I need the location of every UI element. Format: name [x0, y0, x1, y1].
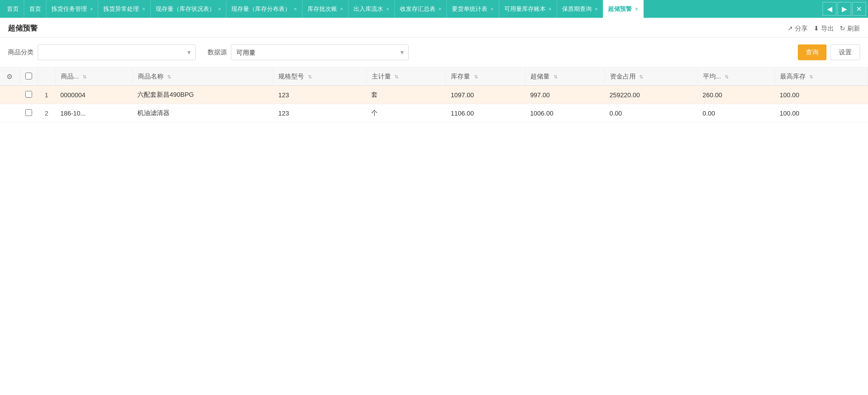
select-all-checkbox[interactable] [25, 73, 32, 79]
nav-prev-button[interactable]: ◀ [823, 2, 836, 16]
tab-order-stats[interactable]: 要货单统计表× [447, 0, 499, 18]
sort-avg-icon: ⇅ [725, 74, 729, 79]
th-inventory[interactable]: 库存量 ⇅ [446, 68, 525, 86]
tab-close-inout-flow[interactable]: × [386, 6, 389, 12]
page-container: 超储预警 ↗ 分享 ⬇ 导出 ↻ 刷新 商品分类 ▼ [0, 18, 868, 395]
page-title: 超储预警 [8, 24, 38, 33]
column-settings-icon[interactable]: ⚙ [6, 73, 13, 80]
refresh-icon: ↻ [840, 25, 845, 32]
tab-expiry-check[interactable]: 保质期查询× [557, 0, 603, 18]
sort-unit-icon: ⇅ [394, 74, 398, 79]
tab-label-home: 首页 [29, 5, 41, 13]
page-actions: ↗ 分享 ⬇ 导出 ↻ 刷新 [787, 24, 860, 33]
tab-close-inventory-dist[interactable]: × [294, 6, 297, 12]
refresh-button[interactable]: ↻ 刷新 [840, 24, 860, 33]
row-overstock-0: 997.00 [525, 86, 605, 104]
tab-close-order-stats[interactable]: × [490, 6, 493, 12]
row-num-1: 2 [38, 104, 55, 122]
th-capital[interactable]: 资金占用 ⇅ [605, 68, 697, 86]
row-inventory-1: 1106.00 [446, 104, 525, 122]
th-max-inventory-label: 最高库存 [780, 73, 806, 80]
query-button[interactable]: 查询 [798, 44, 826, 60]
sort-product-name-icon: ⇅ [167, 74, 171, 79]
tab-close-expiry-check[interactable]: × [595, 6, 598, 12]
tab-inout-flow[interactable]: 出入库流水× [348, 0, 394, 18]
row-unit-0: 套 [366, 86, 446, 104]
th-settings: ⚙ [0, 68, 20, 86]
tab-close-batch-account[interactable]: × [340, 6, 343, 12]
row-checkbox-cell[interactable] [20, 86, 38, 104]
th-unit-label: 主计量 [372, 73, 391, 80]
tab-close-available-account[interactable]: × [549, 6, 552, 12]
tab-task-mgmt[interactable]: 拣货任务管理× [46, 0, 98, 18]
tab-label-collect-summary: 收发存汇总表 [400, 5, 435, 13]
export-label: 导出 [821, 24, 834, 33]
row-product-code-1: 186-10... [55, 104, 132, 122]
export-button[interactable]: ⬇ 导出 [814, 24, 834, 33]
tab-available-account[interactable]: 可用量库存账本× [499, 0, 557, 18]
tab-inventory-dist[interactable]: 现存量（库存分布表）× [226, 0, 302, 18]
row-capital-0: 259220.00 [605, 86, 697, 104]
row-inventory-0: 1097.00 [446, 86, 525, 104]
share-icon: ↗ [787, 25, 793, 32]
row-avg-0: 260.00 [697, 86, 775, 104]
tab-collect-summary[interactable]: 收发存汇总表× [395, 0, 447, 18]
sort-product-code-icon: ⇅ [83, 74, 87, 79]
sort-inventory-icon: ⇅ [474, 74, 478, 79]
tab-close-collect-summary[interactable]: × [438, 6, 441, 12]
th-overstock[interactable]: 超储量 ⇅ [525, 68, 605, 86]
category-select[interactable] [38, 44, 196, 60]
tab-label-inventory-status: 现存量（库存状况表） [156, 5, 215, 13]
row-checkbox-1[interactable] [25, 109, 32, 116]
sort-spec-icon: ⇅ [308, 74, 312, 79]
topbar-navigation: ◀ ▶ ✕ [822, 2, 866, 16]
page-header: 超储预警 ↗ 分享 ⬇ 导出 ↻ 刷新 [0, 18, 868, 38]
settings-button[interactable]: 设置 [830, 44, 860, 60]
category-select-wrapper: ▼ [38, 44, 196, 60]
datasource-select[interactable]: 可用量 库存量 [231, 44, 409, 60]
th-avg[interactable]: 平均... ⇅ [697, 68, 775, 86]
sort-capital-icon: ⇅ [639, 74, 643, 79]
row-checkbox-0[interactable] [25, 91, 32, 98]
category-label: 商品分类 [8, 48, 34, 57]
row-num-0: 1 [38, 86, 55, 104]
filter-area: 商品分类 ▼ 数据源 可用量 库存量 ▼ 查询 设置 [0, 38, 868, 68]
tab-close-task-mgmt[interactable]: × [90, 6, 93, 12]
th-product-name[interactable]: 商品名称 ⇅ [132, 68, 273, 86]
tab-abnormal[interactable]: 拣货异常处理× [98, 0, 150, 18]
th-avg-label: 平均... [703, 73, 721, 80]
tab-inventory-status[interactable]: 现存量（库存状况表）× [151, 0, 226, 18]
tab-overstock-alert[interactable]: 超储预警× [603, 0, 643, 18]
th-max-inventory[interactable]: 最高库存 ⇅ [775, 68, 868, 86]
row-max-inventory-1: 100.00 [775, 104, 868, 122]
th-product-name-label: 商品名称 [138, 73, 164, 80]
table-body: 1 0000004 六配套新昌490BPG 123 套 1097.00 997.… [0, 86, 868, 122]
topbar: 首页 首页拣货任务管理×拣货异常处理×现存量（库存状况表）×现存量（库存分布表）… [0, 0, 868, 18]
tab-label-inventory-dist: 现存量（库存分布表） [231, 5, 291, 13]
th-unit[interactable]: 主计量 ⇅ [366, 68, 446, 86]
table-header-row: ⚙ 商品... ⇅ 商品名称 ⇅ 规格型号 [0, 68, 868, 86]
data-table: ⚙ 商品... ⇅ 商品名称 ⇅ 规格型号 [0, 68, 868, 122]
th-product-code[interactable]: 商品... ⇅ [55, 68, 132, 86]
tab-batch-account[interactable]: 库存批次账× [303, 0, 348, 18]
share-button[interactable]: ↗ 分享 [787, 24, 808, 33]
th-spec[interactable]: 规格型号 ⇅ [273, 68, 366, 86]
tab-home-label: 首页 [7, 5, 19, 13]
th-product-code-label: 商品... [61, 73, 79, 80]
tab-label-batch-account: 库存批次账 [307, 5, 337, 13]
tab-label-inout-flow: 出入库流水 [353, 5, 383, 13]
tab-close-inventory-status[interactable]: × [218, 6, 221, 12]
row-max-inventory-0: 100.00 [775, 86, 868, 104]
table-row: 2 186-10... 机油滤清器 123 个 1106.00 1006.00 … [0, 104, 868, 122]
th-checkbox [20, 68, 38, 86]
row-checkbox-cell[interactable] [20, 104, 38, 122]
datasource-filter-group: 数据源 可用量 库存量 ▼ [208, 44, 409, 60]
nav-next-button[interactable]: ▶ [837, 2, 851, 16]
nav-close-button[interactable]: ✕ [852, 2, 866, 16]
tab-close-abnormal[interactable]: × [142, 6, 145, 12]
tab-home[interactable]: 首页 [24, 0, 46, 18]
tab-label-abnormal: 拣货异常处理 [103, 5, 139, 13]
tab-home[interactable]: 首页 [2, 0, 24, 18]
row-capital-1: 0.00 [605, 104, 697, 122]
tab-close-overstock-alert[interactable]: × [635, 6, 638, 12]
